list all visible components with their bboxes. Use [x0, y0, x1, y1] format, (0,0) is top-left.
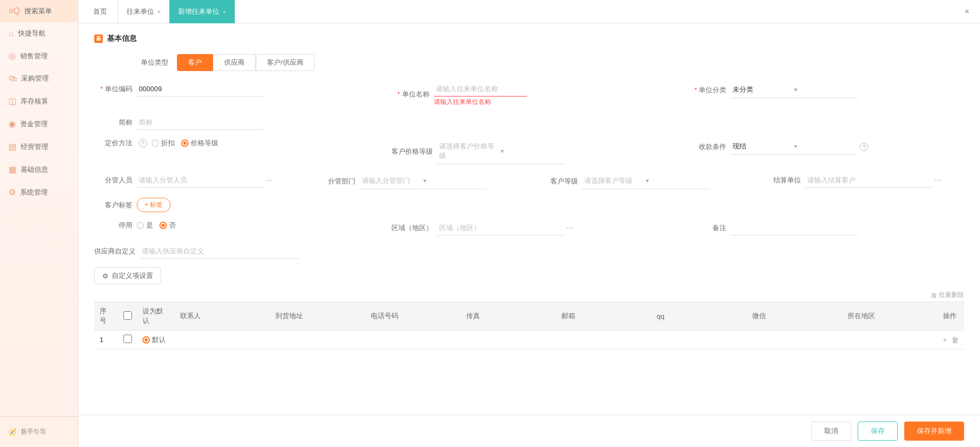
row-email-input[interactable]: [562, 336, 646, 344]
select-all-checkbox[interactable]: [123, 311, 132, 320]
pricing-radio-level[interactable]: 价格等级: [181, 138, 218, 148]
tab-contacts[interactable]: 往来单位 ×: [118, 0, 170, 23]
sidebar-item-search[interactable]: ≡Q 搜索菜单: [0, 0, 78, 22]
tab-home[interactable]: 首页: [83, 0, 118, 23]
row-contact-input[interactable]: [180, 336, 265, 344]
row-address-input[interactable]: [275, 336, 360, 344]
row-fax-input[interactable]: [466, 336, 551, 344]
row-region-input[interactable]: [848, 336, 932, 344]
sidebar-item-operations[interactable]: ▤ 经营管理: [0, 135, 78, 158]
unit-category-label: 单位分类: [688, 85, 730, 95]
supplier-custom-input[interactable]: [140, 244, 299, 259]
tab-new-contact-close[interactable]: ×: [222, 8, 226, 15]
save-and-new-button[interactable]: 保存并新增: [904, 422, 964, 441]
form-row-7: 供应商自定义: [94, 244, 964, 259]
row-qq-input[interactable]: [657, 336, 742, 344]
unit-category-select[interactable]: 未分类 ▾: [730, 82, 858, 98]
supplier-custom-label: 供应商自定义: [94, 247, 140, 256]
col-index: 序号: [94, 302, 118, 330]
customer-tag-label: 客户标签: [94, 200, 137, 210]
department-label: 分管部门: [317, 177, 360, 186]
row-wechat: [747, 330, 842, 349]
unit-type-customer-button[interactable]: 客户: [177, 54, 213, 71]
department-chevron: ▾: [423, 177, 485, 185]
row-delete-button[interactable]: 🗑: [951, 336, 959, 344]
manager-more-icon[interactable]: ···: [264, 176, 275, 185]
remark-input[interactable]: [730, 221, 858, 235]
tab-new-contact[interactable]: 新增往来单位 ×: [170, 0, 235, 23]
row-wechat-input[interactable]: [752, 336, 837, 344]
col-region: 所在地区: [842, 302, 938, 330]
batch-delete-label[interactable]: 批量删除: [939, 291, 964, 300]
short-name-input[interactable]: [137, 115, 264, 130]
region-input[interactable]: [437, 221, 564, 235]
cancel-button[interactable]: 取消: [811, 422, 851, 441]
settlement-input[interactable]: [805, 173, 932, 188]
add-tag-button[interactable]: 标签: [137, 198, 171, 212]
row-region: [842, 330, 938, 349]
save-button[interactable]: 保存: [858, 422, 898, 441]
row-phone: [366, 330, 461, 349]
row-checkbox: [118, 330, 137, 349]
custom-settings-button[interactable]: ⚙ 自定义项设置: [94, 267, 161, 284]
department-select[interactable]: 请输入分管部门 ▾: [360, 173, 487, 189]
row-email: [556, 330, 652, 349]
section-icon: 基: [94, 34, 103, 43]
payment-terms-label: 收款条件: [688, 142, 730, 152]
form-row-2: 简称: [94, 115, 964, 130]
col-actions: 操作: [938, 302, 964, 330]
pricing-radio-group: 折扣 价格等级: [152, 138, 218, 148]
sidebar-item-system[interactable]: ⚙ 系统管理: [0, 181, 78, 204]
customer-price-select[interactable]: 请选择客户价格等级 ▾: [437, 138, 564, 164]
pricing-radio-discount[interactable]: 折扣: [152, 138, 175, 148]
payment-terms-select[interactable]: 现结 ▾: [730, 138, 858, 155]
col-qq: qq: [652, 302, 747, 330]
unit-type-both-button[interactable]: 客户/供应商: [256, 54, 315, 71]
sidebar-item-sales[interactable]: ◎ 销售管理: [0, 45, 78, 67]
basic-icon: ▦: [8, 164, 16, 174]
customer-level-select[interactable]: 请选择客户等级 ▾: [582, 173, 709, 189]
row-address: [270, 330, 366, 349]
tab-contacts-close[interactable]: ×: [157, 8, 161, 15]
row-contact: [175, 330, 270, 349]
sidebar-item-newbie[interactable]: 🧭 新手引导: [0, 422, 78, 442]
field-unit-category: 单位分类 未分类 ▾: [688, 82, 964, 98]
sidebar-item-purchase[interactable]: 🛍 采购管理: [0, 67, 78, 90]
row-checkbox-1[interactable]: [123, 335, 132, 343]
form-row-5: 客户标签 标签: [94, 198, 964, 212]
settings-gear-icon: ⚙: [102, 272, 109, 280]
form-row-3: 定价方法 ? 折扣 价格等级 客户价格等级 请选择客户价格等级: [94, 138, 964, 164]
field-customer-tag: 客户标签 标签: [94, 198, 964, 212]
customer-level-label: 客户等级: [540, 177, 582, 186]
unit-type-supplier-button[interactable]: 供应商: [213, 54, 256, 71]
unit-code-input[interactable]: [137, 82, 264, 97]
region-more-icon[interactable]: ···: [564, 223, 575, 233]
row-phone-input[interactable]: [371, 336, 456, 344]
main-content: 首页 往来单位 × 新增往来单位 × × 基 基本信息 单位类型 客户 供应商 …: [78, 0, 980, 447]
disabled-radio-group: 是 否: [137, 221, 176, 230]
payment-terms-help-icon[interactable]: ?: [860, 143, 868, 151]
pricing-help-icon[interactable]: ?: [139, 139, 147, 147]
pricing-radio-level-circle: [181, 139, 189, 147]
search-menu-icon: ≡Q: [8, 6, 20, 16]
sidebar-item-basic[interactable]: ▦ 基础信息: [0, 158, 78, 181]
field-settlement: 结算单位 ···: [763, 173, 965, 188]
row-add-button[interactable]: +: [943, 336, 947, 344]
section-title: 基 基本信息: [94, 34, 964, 43]
sidebar-item-inventory[interactable]: ◫ 库存核算: [0, 90, 78, 112]
field-supplier-custom: 供应商自定义: [94, 244, 964, 259]
unit-type-row: 单位类型 客户 供应商 客户/供应商: [94, 54, 964, 71]
settlement-more-icon[interactable]: ···: [932, 176, 943, 185]
window-close-button[interactable]: ×: [958, 7, 976, 16]
sidebar-item-finance[interactable]: ◉ 资金管理: [0, 112, 78, 135]
row-action-buttons: + 🗑: [943, 336, 959, 344]
unit-name-input[interactable]: [434, 82, 527, 97]
manager-input[interactable]: [137, 173, 264, 188]
disabled-radio-no[interactable]: 否: [159, 221, 176, 230]
sales-icon: ◎: [8, 51, 16, 61]
disabled-radio-yes[interactable]: 是: [137, 221, 153, 230]
row-default-radio[interactable]: 默认: [142, 335, 170, 345]
row-default-circle: [142, 336, 150, 344]
sidebar-item-quicknav[interactable]: ⌂ 快捷导航: [0, 22, 78, 45]
finance-icon: ◉: [8, 119, 16, 129]
